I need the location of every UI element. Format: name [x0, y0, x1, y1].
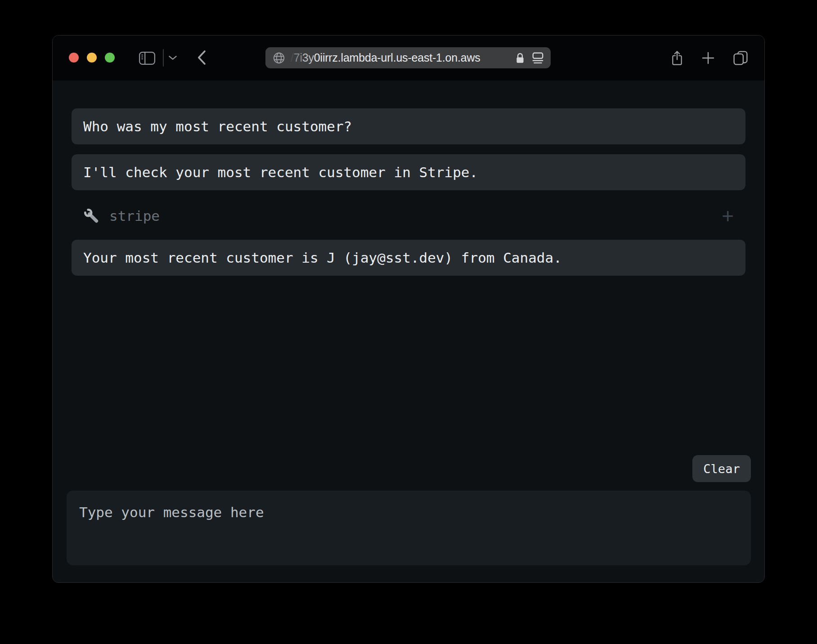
address-bar[interactable]: /7i3y0iirrz.lambda-url.us-east-1.on.aws [265, 47, 551, 68]
share-icon [671, 50, 683, 66]
tool-expand-button[interactable]: + [722, 206, 734, 226]
minimize-window-button[interactable] [87, 53, 97, 63]
back-icon [197, 50, 206, 65]
zoom-window-button[interactable] [105, 53, 115, 63]
tab-overview-icon [733, 50, 748, 66]
back-button[interactable] [196, 49, 207, 66]
chevron-down-icon [168, 55, 177, 61]
browser-titlebar: /7i3y0iirrz.lambda-url.us-east-1.on.aws [53, 36, 764, 80]
message-input[interactable] [67, 491, 751, 565]
url-faded-segment: / [291, 51, 294, 64]
tab-overview-button[interactable] [733, 50, 748, 66]
tool-call-row: stripe + [72, 202, 745, 230]
globe-icon [272, 51, 286, 65]
page-settings-icon [531, 51, 545, 64]
clear-button[interactable]: Clear [692, 455, 751, 482]
url-host: 0iirrz.lambda-url.us-east-1.on.aws [314, 51, 480, 64]
url-text: /7i3y0iirrz.lambda-url.us-east-1.on.aws [291, 51, 480, 64]
message-text: I'll check your most recent customer in … [83, 164, 478, 180]
close-window-button[interactable] [69, 53, 79, 63]
toolbar-right-actions [671, 49, 748, 67]
url-faded-segment: 7i [294, 51, 302, 64]
toolbar-divider [163, 49, 164, 67]
tab-group-chevron-button[interactable] [167, 54, 178, 61]
message-user: Who was my most recent customer? [72, 108, 745, 144]
message-assistant: Your most recent customer is J (jay@sst.… [72, 240, 745, 276]
wrench-icon [83, 208, 99, 224]
sidebar-icon [139, 51, 156, 65]
new-tab-button[interactable] [701, 51, 715, 65]
chat-area: Who was my most recent customer? I'll ch… [53, 80, 764, 582]
sidebar-toggle-button[interactable] [138, 50, 156, 66]
tool-name-label: stripe [109, 208, 160, 224]
message-assistant: I'll check your most recent customer in … [72, 154, 745, 190]
share-button[interactable] [671, 50, 683, 66]
plus-icon [701, 51, 715, 65]
message-text: Who was my most recent customer? [83, 118, 352, 134]
browser-window: /7i3y0iirrz.lambda-url.us-east-1.on.aws [52, 35, 765, 583]
window-controls [69, 53, 115, 63]
lock-icon [514, 51, 526, 65]
url-faded-segment: 3y [302, 51, 314, 64]
message-text: Your most recent customer is J (jay@sst.… [83, 250, 562, 266]
